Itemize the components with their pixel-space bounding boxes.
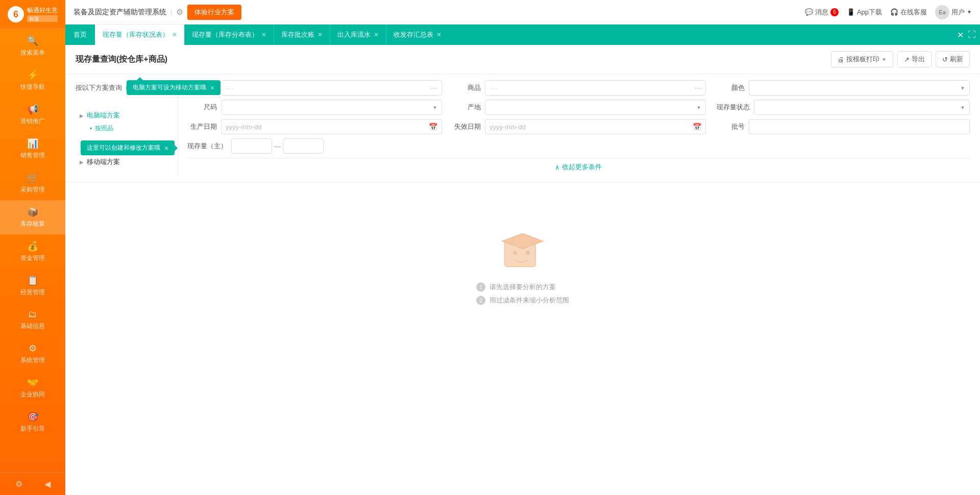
filter-area: 按以下方案查询 + ↺ « 电脑方案可设为移动方案哦 × ▶ 电脑端方案 <box>65 74 980 182</box>
collapse-sidebar-icon[interactable]: ◀ <box>44 479 51 489</box>
origin-label: 产地 <box>450 103 481 112</box>
collapse-btn[interactable]: ∧ 收起更多条件 <box>186 158 970 176</box>
stock-main-range: — <box>231 138 442 154</box>
online-support-btn[interactable]: 🎧 在线客服 <box>890 8 927 17</box>
sidebar-item-purchase[interactable]: 🛒 采购管理 <box>0 166 65 200</box>
stock-status-select[interactable]: ▼ <box>754 100 970 115</box>
ellipsis-icon2: ⋯ <box>695 84 701 92</box>
tab-stock-status[interactable]: 现存量（库存状况表） ✕ <box>95 25 184 45</box>
refresh-btn[interactable]: ↺ 刷新 <box>936 51 970 67</box>
settings-bottom-icon[interactable]: ⚙ <box>15 479 22 489</box>
dot-indicator: • <box>90 125 92 132</box>
tab-close-batch-ledger[interactable]: ✕ <box>317 31 323 38</box>
tab-stock-dist[interactable]: 现存量（库存分布表） ✕ <box>184 25 274 45</box>
tooltip2-close[interactable]: × <box>164 144 168 152</box>
tab-close-stock-status[interactable]: ✕ <box>172 31 177 38</box>
sidebar-item-system[interactable]: ⚙ 系统管理 <box>0 337 65 371</box>
step-num-2: 2 <box>476 296 485 305</box>
headset-icon: 🎧 <box>890 8 898 16</box>
sidebar-item-inventory[interactable]: 📦 库存核算 <box>0 200 65 234</box>
page-header: 现存量查询(按仓库+商品) 🖨 按模板打印 ▼ ↗ 导出 ↺ 刷新 <box>65 45 980 74</box>
trial-btn[interactable]: 体验行业方案 <box>187 5 241 20</box>
prod-date-input[interactable]: yyyy-mm-dd 📅 <box>221 119 442 134</box>
empty-steps: 1 请先选择要分析的方案 2 用过滤条件来缩小分析范围 <box>476 282 569 305</box>
message-badge: 6 <box>830 8 839 16</box>
tab-home[interactable]: 首页 <box>65 25 95 45</box>
sidebar-item-search-menu[interactable]: 🔍 搜索菜单 <box>0 29 65 63</box>
sales-icon: 📊 <box>27 138 38 149</box>
svg-point-1 <box>513 251 517 255</box>
user-avatar: Ea <box>935 5 949 19</box>
stock-main-min-input[interactable] <box>231 138 272 154</box>
sidebar-item-marketing[interactable]: 📢 营销推广 <box>0 98 65 132</box>
calendar-icon2[interactable]: 📅 <box>693 123 701 131</box>
batch-label: 批号 <box>714 122 745 131</box>
size-label: 尺码 <box>186 103 217 112</box>
chevron-down-origin: ▼ <box>696 105 701 110</box>
sidebar-nav: 🔍 搜索菜单 ⚡ 快捷导航 📢 营销推广 📊 销售管理 🛒 采购管理 📦 库存核… <box>0 29 65 473</box>
tab-close-stock-dist[interactable]: ✕ <box>261 31 266 38</box>
app-download-btn[interactable]: 📱 App下载 <box>847 8 882 17</box>
color-select[interactable]: ▼ <box>749 80 970 96</box>
settings-icon[interactable]: ⚙ <box>176 7 183 17</box>
message-btn[interactable]: 💬 消息 6 <box>805 8 839 17</box>
prod-date-label: 生产日期 <box>186 122 217 131</box>
export-icon: ↗ <box>904 56 910 63</box>
tab-close-all-btn[interactable]: ✕ <box>957 30 964 40</box>
page-title: 现存量查询(按仓库+商品) <box>76 54 167 65</box>
logo-text: 畅通好生意 标版 <box>27 7 58 22</box>
finance-icon: 💰 <box>27 241 38 252</box>
quick-nav-icon: ⚡ <box>27 69 38 81</box>
tooltip-create-scheme: 这里可以创建和修改方案哦 × <box>81 140 175 155</box>
origin-select[interactable]: ▼ <box>485 100 706 115</box>
sidebar-logo: 6 畅通好生意 标版 <box>0 0 65 29</box>
batch-input[interactable] <box>749 119 970 134</box>
chevron-down-icon: ▼ <box>967 9 972 15</box>
scheme-mobile[interactable]: ▶ 移动端方案 <box>76 155 178 169</box>
print-btn[interactable]: 🖨 按模板打印 ▼ <box>831 51 893 67</box>
sidebar-item-quick-nav[interactable]: ⚡ 快捷导航 <box>0 63 65 98</box>
tab-close-inout-flow[interactable]: ✕ <box>374 31 379 38</box>
scheme-item-按照品[interactable]: • 按照品 <box>86 122 178 135</box>
marketing-icon: 📢 <box>27 104 38 115</box>
empty-illustration <box>492 223 553 274</box>
scheme-desktop[interactable]: ▶ 电脑端方案 <box>76 109 178 122</box>
product-label: 商品 <box>450 83 481 92</box>
size-select[interactable]: ▼ <box>221 100 442 115</box>
step-num-1: 1 <box>476 282 485 292</box>
product-select[interactable]: ··· ⋯ <box>485 80 706 96</box>
sidebar-item-enterprise[interactable]: 🤝 企业协同 <box>0 371 65 405</box>
tooltip1-close[interactable]: × <box>210 84 214 92</box>
chevron-down-icon: ▼ <box>881 57 887 62</box>
empty-box-svg <box>492 223 553 274</box>
tab-recv-summary[interactable]: 收发存汇总表 ✕ <box>386 25 449 45</box>
chevron-down-stock: ▼ <box>960 105 965 110</box>
tab-inout-flow[interactable]: 出入库流水 ✕ <box>330 25 386 45</box>
tab-maximize-btn[interactable]: ⛶ <box>968 30 976 39</box>
export-btn[interactable]: ↗ 导出 <box>897 51 932 67</box>
color-label: 颜色 <box>714 83 745 92</box>
sidebar-item-finance[interactable]: 💰 资金管理 <box>0 234 65 269</box>
calendar-icon[interactable]: 📅 <box>429 123 437 131</box>
tab-close-recv-summary[interactable]: ✕ <box>436 31 442 38</box>
basic-info-icon: 🗂 <box>28 309 37 320</box>
expire-date-input[interactable]: yyyy-mm-dd 📅 <box>485 119 706 134</box>
sidebar-bottom: ⚙ ◀ <box>0 473 65 495</box>
user-menu[interactable]: Ea 用户 ▼ <box>935 5 972 19</box>
tab-batch-ledger[interactable]: 库存批次账 ✕ <box>274 25 330 45</box>
sidebar-item-operations[interactable]: 📋 经营管理 <box>0 269 65 303</box>
empty-state: 1 请先选择要分析的方案 2 用过滤条件来缩小分析范围 <box>65 182 980 346</box>
refresh-icon: ↺ <box>942 56 948 63</box>
stock-main-max-input[interactable] <box>283 138 324 154</box>
range-separator: — <box>274 143 281 150</box>
sidebar-item-basic-info[interactable]: 🗂 基础信息 <box>0 303 65 337</box>
operations-icon: 📋 <box>27 275 38 286</box>
sidebar-item-sales[interactable]: 📊 销售管理 <box>0 132 65 166</box>
sidebar-item-guide[interactable]: 🎯 新手引导 <box>0 405 65 439</box>
chevron-down-size: ▼ <box>432 105 437 110</box>
purchase-icon: 🛒 <box>27 172 38 183</box>
warehouse-select[interactable]: ··· ⋯ <box>221 80 442 96</box>
empty-step-1: 1 请先选择要分析的方案 <box>476 282 569 292</box>
header-left: 装备及固定资产辅助管理系统 | ⚙ 体验行业方案 <box>74 5 241 20</box>
chevron-right-icon-mobile: ▶ <box>80 159 84 165</box>
